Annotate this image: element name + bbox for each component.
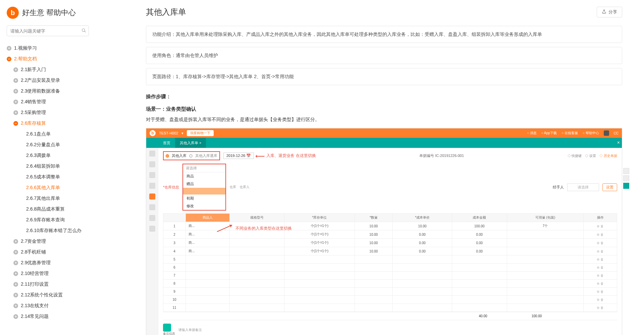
search-input[interactable] [7,25,89,36]
sidebar-item[interactable]: 2.6.9库存账本查询 [7,215,89,225]
table-header: *成本单价 [393,214,452,222]
tool-icon [623,183,629,189]
plus-icon: + [13,78,18,83]
sidebar-item-label: 2.6.8商品成本重算 [26,206,65,212]
sidebar-item[interactable]: 2.6.6其他入库单 [7,182,89,193]
sidebar-item-label: 2.14常见问题 [21,314,49,320]
sidebar-item[interactable]: +2.4销售管理 [7,97,89,107]
mock-left-rail [146,148,158,335]
mock-top-link: ○ 在线客服 [561,131,578,135]
sidebar-item-label: 2.8手机旺铺 [21,249,46,255]
plus-icon: + [13,67,18,72]
sidebar-item[interactable]: 2.6.2分量盘点单 [7,139,89,150]
sidebar-item[interactable]: 2.6.10库存账本错了怎么办 [7,225,89,236]
mock-top-link: CC [614,131,619,135]
radio-icon [189,154,193,158]
radio-icon [166,154,169,158]
dropdown-item: 初期 [183,194,225,202]
mock-top-links: ○ 消息○ App下载○ 在线客服○ 帮助中心CC [527,130,619,136]
sidebar-item[interactable]: +2.9优惠券管理 [7,258,89,268]
mock-tab-active: 其他入库单 × [175,138,206,148]
sidebar-item-label: 2.2产品安装及登录 [21,77,60,83]
sidebar-item[interactable]: 2.6.5成本调整单 [7,172,89,182]
table-header: 操作 [584,214,617,222]
sidebar-item[interactable]: 2.6.7其他出库单 [7,193,89,204]
mock-top-button: 我要购物一下 [187,130,214,136]
rail-icon [149,151,155,157]
mock-screenshot: b TEST-H002 ▾ 我要购物一下 ○ 消息○ App下载○ 在线客服○ … [146,128,622,335]
sidebar-item[interactable]: +2.5采购管理 [7,107,89,118]
sidebar-item-label: 2.6库存核算 [21,120,46,126]
sidebar-item[interactable]: +2.14常见问题 [7,311,89,322]
mock-tabs: 首页 其他入库单 × × [146,138,622,148]
search-icon[interactable] [82,28,86,34]
dropdown-item: 商品 [183,172,225,180]
sidebar-item-label: 2.6.4组装拆卸单 [26,163,60,169]
table-row: 11⊕ 🗑 [163,304,617,312]
mock-right-tools [623,168,629,189]
info-path: 页面路径：1、库存核算->库存管理->其他入库单 2、首页->常用功能 [146,68,622,85]
plus-icon: + [13,282,18,287]
plus-icon: + [13,239,18,244]
sidebar-item[interactable]: +2.7资金管理 [7,236,89,247]
logo: b 好生意 帮助中心 [7,7,89,19]
share-button[interactable]: 分享 [597,7,622,17]
steps-title: 操作步骤： [146,94,622,100]
sidebar-item[interactable]: +2.13在线支付 [7,300,89,311]
sidebar-item-label: 2.6.3调拨单 [26,153,51,159]
plus-icon: + [13,303,18,308]
scenario1-title: 场景一：业务类型确认 [146,106,622,112]
sidebar-item[interactable]: +2.2产品安装及登录 [7,75,89,86]
sidebar-item[interactable]: 2.6.3调拨单 [7,150,89,161]
sidebar-item-label: 2.6.5成本调整单 [26,174,60,180]
search-box [7,25,89,36]
plus-icon: + [13,271,18,276]
sidebar-item[interactable]: 2.6.8商品成本重算 [7,204,89,215]
sidebar-item[interactable]: +2.8手机旺铺 [7,247,89,258]
sidebar-item-label: 2.帮助文档 [14,56,37,62]
mock-top-link: ○ 消息 [527,131,537,135]
mock-top-link: ○ 帮助中心 [583,131,599,135]
table-header: *数量 [355,214,393,222]
sidebar-item[interactable]: +2.1新手入门 [7,64,89,75]
sidebar-item-label: 2.6.10库存账本错了怎么办 [26,228,82,234]
annotation-2: 不同业务的入库类型在这里切换 [215,223,292,233]
sidebar-item-label: 2.6.1盘点单 [26,131,51,137]
table-header: 规格型号 [229,214,284,222]
svg-line-3 [217,225,232,232]
content-section: 操作步骤： 场景一：业务类型确认 对于受赠、盘盈或是拆装入库等不同的业务，是通过… [146,94,622,335]
sidebar-item[interactable]: −2.6库存核算 [7,118,89,129]
info-role: 使用角色：通常由仓管人员维护 [146,47,622,64]
sidebar-item[interactable]: 2.6.4组装拆卸单 [7,161,89,172]
sidebar-item[interactable]: +2.3使用前数据准备 [7,86,89,97]
mock-date: 2019-12-26 📅 [223,153,254,159]
page-title: 其他入库单 [146,7,186,17]
sidebar-item-label: 2.3使用前数据准备 [21,88,60,94]
sidebar-item-label: 2.11打印设置 [21,281,49,287]
table-row: 10⊕ 🗑 [163,296,617,304]
mock-link: ◇ 设置 [585,154,596,158]
sidebar-item[interactable]: +1.视频学习 [7,43,89,54]
table-row: 9⊕ 🗑 [163,288,617,296]
svg-point-0 [82,29,85,32]
sidebar-item-label: 2.4销售管理 [21,99,46,105]
sidebar-item-label: 2.13在线支付 [21,303,49,309]
sidebar-item[interactable]: 2.6.1盘点单 [7,129,89,139]
minus-icon: − [7,57,11,61]
sidebar-item-label: 2.9优惠券管理 [21,260,51,266]
tool-icon [623,168,629,174]
rail-icon [149,161,155,167]
table-row: 8⊕ 🗑 [163,280,617,288]
sidebar-item[interactable]: +2.12系统个性化设置 [7,290,89,300]
mock-logo-icon: b [150,130,156,136]
share-icon [602,9,606,15]
sidebar-item-label: 2.6.2分量盘点单 [26,142,60,148]
dropdown-item: 修改 [183,202,225,210]
sidebar-item-label: 1.视频学习 [14,45,37,51]
sidebar-item[interactable]: +2.10经营管理 [7,268,89,279]
table-header: 可用量 (包装) [507,214,584,222]
dropdown-item: 赠品 [183,180,225,188]
rail-icon [149,183,155,189]
sidebar-item[interactable]: +2.11打印设置 [7,279,89,290]
sidebar-item[interactable]: −2.帮助文档 [7,54,89,64]
